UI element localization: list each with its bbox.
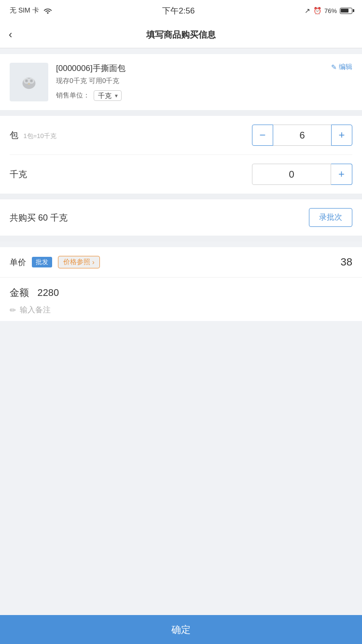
price-value: 38: [341, 256, 352, 268]
kg-increment-button[interactable]: +: [331, 164, 352, 185]
amount-value: 2280: [38, 287, 59, 298]
status-right: ↗ ⏰ 76%: [305, 7, 352, 14]
divider-3: [0, 236, 362, 241]
kg-quantity-row: 千克 +: [10, 155, 352, 194]
page-title: 填写商品购买信息: [146, 29, 216, 41]
location-icon: ↗: [305, 7, 310, 14]
price-type-tag: 批发: [32, 257, 52, 267]
note-placeholder: 输入备注: [20, 305, 51, 315]
status-left: 无 SIM 卡: [10, 6, 53, 15]
divider-1: [0, 110, 362, 116]
price-ref-label: 价格参照: [63, 258, 90, 266]
price-reference-button[interactable]: 价格参照 ›: [58, 256, 100, 268]
bag-decrement-button[interactable]: −: [252, 125, 273, 146]
back-button[interactable]: ‹: [9, 28, 12, 41]
unit-text-label: 销售单位：: [56, 91, 90, 100]
kg-qty-input[interactable]: [252, 164, 331, 185]
edit-button[interactable]: ✎ 编辑: [331, 63, 352, 71]
bag-qty-input[interactable]: [273, 125, 331, 146]
product-image: [10, 63, 48, 101]
product-name: [0000006]手撕面包: [56, 63, 323, 74]
status-bar: 无 SIM 卡 下午2:56 ↗ ⏰ 76%: [0, 0, 362, 21]
nav-bar: ‹ 填写商品购买信息: [0, 21, 362, 48]
bag-label-group: 包 1包=10千克: [10, 129, 56, 141]
record-batch-button[interactable]: 录批次: [309, 208, 352, 227]
edit-label: 编辑: [339, 63, 352, 71]
price-section: 单价 批发 价格参照 › 38: [0, 247, 362, 278]
edit-icon: ✎: [331, 63, 337, 71]
alarm-icon: ⏰: [313, 7, 321, 14]
bag-quantity-row: 包 1包=10千克 − +: [10, 116, 352, 155]
summary-text: 共购买 60 千克: [10, 212, 68, 224]
kg-label-group: 千克: [10, 168, 27, 180]
wifi-icon: [43, 6, 53, 15]
note-row[interactable]: ✏ 输入备注: [10, 305, 352, 315]
price-ref-chevron: ›: [92, 258, 95, 266]
pencil-icon: ✏: [10, 306, 16, 315]
amount-section: 金额 2280 ✏ 输入备注: [0, 278, 362, 321]
svg-point-6: [30, 80, 32, 82]
product-stock: 现存0千克 可用0千克: [56, 77, 323, 85]
bag-label: 包: [10, 130, 18, 140]
kg-label: 千克: [10, 169, 27, 179]
amount-row: 金额 2280: [10, 286, 352, 299]
summary-section: 共购买 60 千克 录批次: [0, 199, 362, 236]
unit-select-wrapper[interactable]: 千克: [94, 90, 122, 101]
svg-point-5: [26, 80, 27, 82]
unit-select[interactable]: 千克: [94, 90, 122, 101]
quantity-section: 包 1包=10千克 − + 千克 +: [0, 116, 362, 194]
product-info: [0000006]手撕面包 现存0千克 可用0千克 销售单位： 千克: [56, 63, 323, 101]
confirm-button[interactable]: 确定: [0, 615, 362, 644]
product-card: [0000006]手撕面包 现存0千克 可用0千克 销售单位： 千克 ✎ 编辑: [0, 54, 362, 110]
bag-hint: 1包=10千克: [23, 132, 56, 140]
divider-2: [0, 194, 362, 199]
battery-icon: [340, 8, 352, 14]
bag-increment-button[interactable]: +: [331, 125, 352, 146]
bag-qty-controls: − +: [252, 125, 352, 146]
amount-label: 金额: [10, 287, 29, 298]
battery-percent: 76%: [324, 7, 337, 14]
product-unit-row: 销售单位： 千克: [56, 90, 323, 101]
status-time: 下午2:56: [162, 5, 195, 16]
kg-qty-controls: +: [252, 164, 352, 185]
price-label: 单价: [10, 257, 26, 268]
carrier-label: 无 SIM 卡: [10, 6, 39, 15]
